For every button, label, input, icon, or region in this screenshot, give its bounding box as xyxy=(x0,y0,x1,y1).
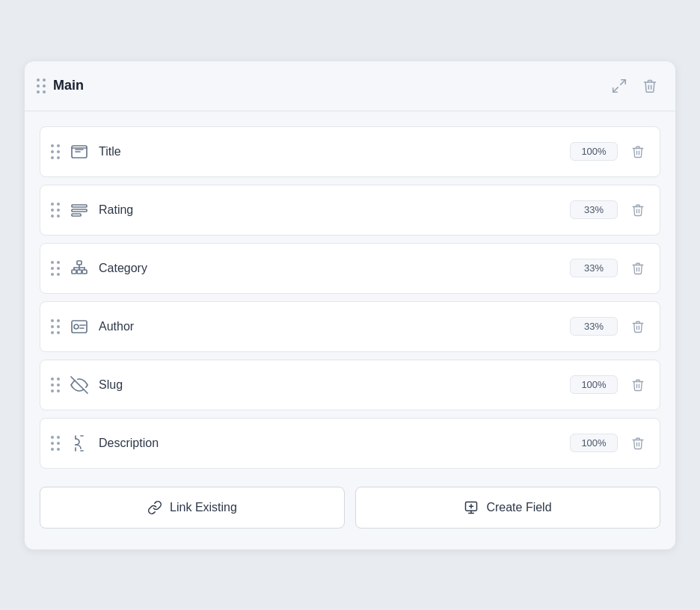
field-drag-author[interactable] xyxy=(51,319,60,334)
svg-rect-7 xyxy=(72,214,81,216)
field-name-author: Author xyxy=(99,320,561,333)
delete-slug-button[interactable] xyxy=(627,375,649,395)
field-row-author: Author 33% xyxy=(40,301,660,352)
field-drag-rating[interactable] xyxy=(51,203,60,218)
field-width-slug: 100% xyxy=(570,375,618,394)
expand-button[interactable] xyxy=(608,75,630,97)
create-field-button[interactable]: Create Field xyxy=(355,487,660,529)
field-row-category: Category 33% xyxy=(40,243,660,294)
field-width-title: 100% xyxy=(570,142,618,161)
field-width-category: 33% xyxy=(570,259,618,277)
link-icon xyxy=(147,500,162,515)
create-field-icon xyxy=(464,500,479,515)
field-drag-category[interactable] xyxy=(51,261,60,276)
field-name-rating: Rating xyxy=(99,203,561,217)
field-name-category: Category xyxy=(99,262,561,275)
action-buttons: Link Existing Create Field xyxy=(25,469,675,529)
rating-icon xyxy=(69,200,90,221)
description-icon xyxy=(69,433,90,454)
drag-handle[interactable] xyxy=(37,78,46,93)
link-existing-label: Link Existing xyxy=(170,501,237,514)
field-row-rating: Rating 33% xyxy=(40,185,660,235)
field-row-description: Description 100% xyxy=(40,418,660,469)
field-drag-description[interactable] xyxy=(51,436,60,451)
card-title: Main xyxy=(53,78,84,93)
field-row-title: Title 100% xyxy=(40,126,660,177)
svg-point-18 xyxy=(74,324,79,329)
delete-author-button[interactable] xyxy=(627,316,649,337)
field-name-description: Description xyxy=(99,437,561,450)
delete-description-button[interactable] xyxy=(627,433,649,454)
field-name-slug: Slug xyxy=(99,378,561,392)
field-width-rating: 33% xyxy=(570,200,618,219)
main-card: Main xyxy=(25,61,675,549)
svg-line-1 xyxy=(613,87,618,91)
title-icon xyxy=(69,141,90,162)
field-name-title: Title xyxy=(99,145,561,158)
field-row-slug: Slug 100% xyxy=(40,360,660,410)
header-left: Main xyxy=(37,78,84,93)
slug-icon xyxy=(69,375,90,395)
header-actions xyxy=(608,75,660,97)
svg-rect-6 xyxy=(72,209,87,212)
author-icon xyxy=(69,316,90,337)
field-drag-slug[interactable] xyxy=(51,378,60,392)
field-width-author: 33% xyxy=(570,317,618,336)
field-width-description: 100% xyxy=(570,434,618,452)
fields-list: Title 100% xyxy=(25,111,675,469)
delete-rating-button[interactable] xyxy=(627,200,649,221)
card-header: Main xyxy=(25,61,675,111)
delete-title-button[interactable] xyxy=(627,141,649,162)
svg-rect-5 xyxy=(72,205,87,207)
delete-card-button[interactable] xyxy=(639,75,660,97)
create-field-label: Create Field xyxy=(486,501,551,514)
field-drag-title[interactable] xyxy=(51,144,60,159)
delete-category-button[interactable] xyxy=(627,258,649,279)
svg-line-0 xyxy=(621,79,625,84)
category-icon xyxy=(69,258,90,279)
link-existing-button[interactable]: Link Existing xyxy=(40,487,345,529)
